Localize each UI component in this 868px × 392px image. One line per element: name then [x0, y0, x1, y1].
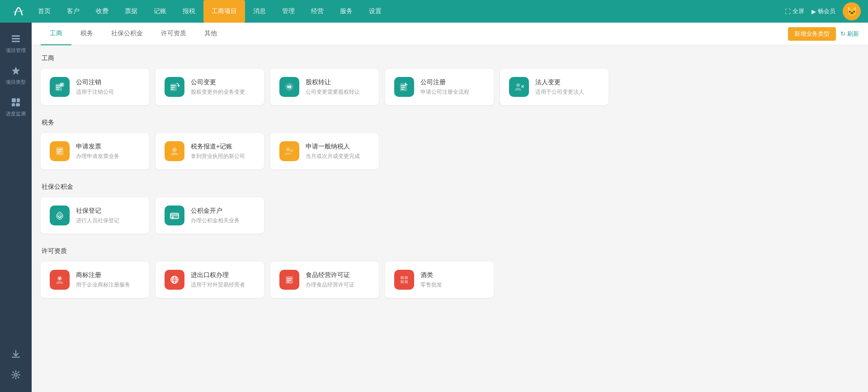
nav-item-收费[interactable]: 收费: [88, 0, 117, 23]
cards-grid: 社保登记进行人员社保登记公积金开户办理公积金相关业务: [41, 197, 859, 234]
service-card[interactable]: 商标注册用于企业商标注册服务: [41, 262, 149, 298]
cards-grid: 商标注册用于企业商标注册服务进出口权办理适用于对外贸易经营者食品经营许可证办理食…: [41, 262, 859, 298]
vip-button[interactable]: ▶ 畅会员: [811, 7, 835, 15]
svg-point-8: [14, 373, 17, 376]
svg-rect-27: [405, 276, 408, 279]
left-sidebar: 项目管理 项目类型 进度监测: [0, 23, 32, 392]
card-desc: 拿到营业执照的新公司: [191, 153, 245, 160]
svg-rect-5: [17, 98, 20, 102]
svg-text:¥: ¥: [287, 85, 289, 89]
nav-item-首页[interactable]: 首页: [30, 0, 59, 23]
card-text: 进出口权办理适用于对外贸易经营者: [191, 271, 245, 289]
section-title: 社保公积金: [41, 183, 859, 191]
fullscreen-button[interactable]: ⛶ 全屏: [785, 7, 804, 15]
nav-item-管理[interactable]: 管理: [274, 0, 303, 23]
card-desc: 进行人员社保登记: [76, 217, 119, 225]
card-title: 申请发票: [76, 143, 119, 151]
refresh-icon: ↻: [840, 30, 845, 37]
nav-item-报税[interactable]: 报税: [175, 0, 203, 23]
section-社保公积金: 社保公积金社保登记进行人员社保登记公积金开户办理公积金相关业务: [41, 183, 859, 234]
card-desc: 适用于对外贸易经营者: [191, 281, 245, 289]
card-icon: ¥: [279, 77, 299, 97]
card-text: 公积金开户办理公积金相关业务: [191, 207, 240, 225]
service-card[interactable]: ¥股权转让公司变更需要股权转让: [270, 69, 379, 105]
sidebar-label-project-type: 项目类型: [6, 79, 26, 86]
top-nav-right: ⛶ 全屏 ▶ 畅会员 🐱: [785, 2, 861, 20]
app-logo: [7, 4, 30, 19]
service-card[interactable]: 公积金开户办理公积金相关业务: [156, 197, 264, 234]
card-text: 商标注册用于企业商标注册服务: [76, 271, 130, 289]
mascot-avatar: 🐱: [843, 2, 861, 20]
svg-rect-6: [12, 103, 15, 106]
add-type-button[interactable]: 新增业务类型: [788, 27, 836, 41]
card-title: 申请一般纳税人: [306, 143, 360, 151]
service-card[interactable]: 公司注销适用于注销公司: [41, 69, 149, 105]
nav-item-经营[interactable]: 经营: [303, 0, 332, 23]
card-icon: [50, 77, 70, 97]
nav-item-服务[interactable]: 服务: [332, 0, 361, 23]
settings-icon[interactable]: [8, 367, 24, 383]
service-card[interactable]: 食品经营许可证办理食品经营许可证: [270, 262, 379, 298]
tab-qita[interactable]: 其他: [195, 23, 226, 45]
refresh-button[interactable]: ↻ 刷新: [840, 30, 859, 38]
svg-point-19: [290, 149, 293, 152]
card-icon: [165, 270, 184, 290]
card-text: 申请发票办理申请发票业务: [76, 143, 119, 160]
service-card[interactable]: 公司注册申请公司注册全流程: [385, 69, 494, 105]
svg-rect-28: [401, 280, 404, 283]
tab-xuke[interactable]: 许可资质: [152, 23, 195, 45]
tab-gongshang[interactable]: 工商: [41, 23, 71, 45]
tab-shebao[interactable]: 社保公积金: [102, 23, 152, 45]
service-card[interactable]: 申请一般纳税人当月或次月成变更完成: [270, 133, 379, 169]
content-area: 工商 税务 社保公积金 许可资质 其他 新增业务类型 ↻ 刷新 工商公司注销适用…: [32, 23, 868, 392]
nav-item-消息[interactable]: 消息: [245, 0, 274, 23]
card-icon: [50, 206, 70, 225]
scrollable-content[interactable]: 工商公司注销适用于注销公司公司变更股权变更外的业务变更¥股权转让公司变更需要股权…: [32, 45, 868, 392]
nav-item-工商项目[interactable]: 工商项目: [203, 0, 245, 23]
card-text: 食品经营许可证办理食品经营许可证: [306, 271, 354, 289]
svg-point-15: [516, 83, 520, 87]
service-card[interactable]: 申请发票办理申请发票业务: [41, 133, 149, 169]
card-title: 法人变更: [535, 78, 584, 86]
card-desc: 公司变更需要股权转让: [306, 88, 360, 96]
svg-marker-3: [12, 67, 20, 75]
service-card[interactable]: 税务报道+记账拿到营业执照的新公司: [156, 133, 264, 169]
card-icon: [279, 270, 299, 290]
card-title: 进出口权办理: [191, 271, 245, 279]
top-navigation: 首页客户收费票据记账报税工商项目消息管理经营服务设置 ⛶ 全屏 ▶ 畅会员 🐱: [0, 0, 868, 23]
sidebar-label-progress-monitor: 进度监测: [6, 110, 26, 117]
card-text: 股权转让公司变更需要股权转让: [306, 78, 360, 96]
card-icon: [394, 270, 414, 290]
tab-shuiwu[interactable]: 税务: [71, 23, 102, 45]
card-title: 社保登记: [76, 207, 119, 215]
sidebar-item-project-type[interactable]: 项目类型: [0, 59, 32, 91]
nav-item-设置[interactable]: 设置: [361, 0, 390, 23]
card-title: 公司注销: [76, 78, 114, 86]
sidebar-item-progress-monitor[interactable]: 进度监测: [0, 91, 32, 122]
card-icon: [165, 206, 184, 225]
card-title: 公司变更: [191, 78, 245, 86]
sidebar-bottom: [8, 346, 24, 392]
nav-item-票据[interactable]: 票据: [117, 0, 146, 23]
card-title: 股权转让: [306, 78, 360, 86]
download-icon[interactable]: [8, 346, 24, 362]
main-layout: 项目管理 项目类型 进度监测: [0, 23, 868, 392]
fullscreen-icon: ⛶: [785, 8, 791, 15]
service-card[interactable]: 公司变更股权变更外的业务变更: [156, 69, 264, 105]
svg-point-18: [286, 148, 290, 151]
nav-item-客户[interactable]: 客户: [59, 0, 88, 23]
card-title: 公司注册: [420, 78, 469, 86]
service-card[interactable]: 酒类零售批发: [385, 262, 494, 298]
cards-grid: 申请发票办理申请发票业务税务报道+记账拿到营业执照的新公司申请一般纳税人当月或次…: [41, 133, 859, 169]
card-desc: 适用于公司变更法人: [535, 88, 584, 96]
sidebar-item-project-management[interactable]: 项目管理: [0, 27, 32, 59]
service-card[interactable]: 社保登记进行人员社保登记: [41, 197, 149, 234]
svg-rect-4: [12, 98, 16, 102]
card-desc: 办理申请发票业务: [76, 153, 119, 160]
nav-item-记账[interactable]: 记账: [146, 0, 175, 23]
service-card[interactable]: 法人变更适用于公司变更法人: [500, 69, 609, 105]
card-icon: [509, 77, 529, 97]
fullscreen-label: 全屏: [793, 7, 804, 15]
svg-rect-29: [405, 280, 408, 283]
service-card[interactable]: 进出口权办理适用于对外贸易经营者: [156, 262, 264, 298]
